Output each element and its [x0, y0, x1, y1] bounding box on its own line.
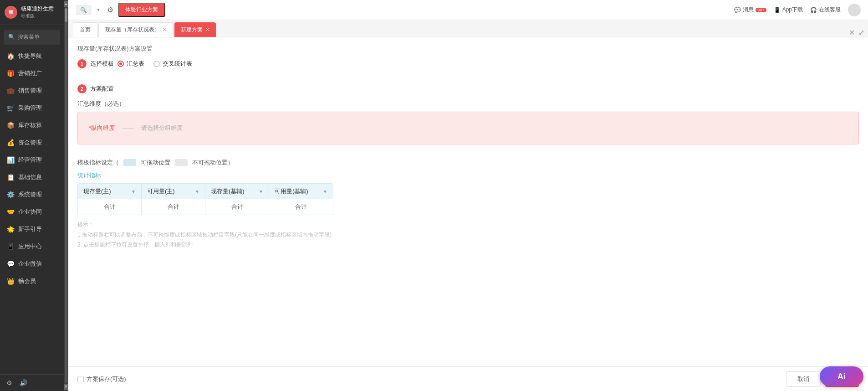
stat-col-header-0[interactable]: 现存量(主) ▼	[78, 184, 142, 199]
sidebar-item-quicknav[interactable]: 🏠 快捷导航	[0, 47, 64, 65]
sidebar-item-operation[interactable]: 📊 经营管理	[0, 151, 64, 169]
topbar-dropdown-btn[interactable]: ▼	[96, 7, 101, 12]
section-config: 2 方案配置 汇总维度（必选） *纵向维度 —— 请选择分组维度 模板指标设定（…	[77, 84, 859, 250]
sidebar-item-corp[interactable]: 🤝 企业协同	[0, 203, 64, 221]
stat-col-header-3[interactable]: 可用量(基辅) ▼	[269, 184, 333, 199]
member-icon: 👑	[6, 278, 15, 285]
sidebar-item-system[interactable]: ⚙️ 系统管理	[0, 186, 64, 203]
sidebar-item-wechat-label: 企业微信	[18, 260, 42, 268]
ai-corner-button[interactable]: Ai	[820, 366, 863, 386]
save-checkbox[interactable]: 方案保存(可选)	[77, 375, 126, 383]
sidebar-item-member[interactable]: 👑 畅会员	[0, 273, 64, 290]
inventory-icon: 📦	[6, 122, 15, 129]
radio-summary[interactable]: 汇总表	[117, 60, 144, 68]
topbar: 🔍 ▼ ⚙ 体验行业方案 💬 消息 99+ 📱 App下载 🎧 在线客服	[68, 0, 868, 20]
section2-num: 2	[77, 84, 87, 93]
stat-col-label-3: 可用量(基辅)	[275, 187, 308, 196]
message-btn[interactable]: 💬 消息 99+	[734, 6, 766, 14]
stat-table-body: 合计 合计 合计 合计	[78, 199, 333, 215]
settings-footer-icon[interactable]: ⚙	[6, 379, 12, 386]
sidebar-item-inventory[interactable]: 📦 库存核算	[0, 117, 64, 134]
sidebar-nav: 🔍 搜索菜单 🏠 快捷导航 🎁 营销推广 💼 销售管理 🛒 采购管理 📦 库存核…	[0, 25, 64, 374]
scroll-down-btn[interactable]: ▼	[64, 384, 68, 390]
page-title: 现存量(库存状况表)方案设置	[77, 45, 859, 53]
sidebar-item-member-label: 畅会员	[18, 277, 36, 285]
scroll-thumb	[65, 8, 67, 22]
topbar-search-icon: 🔍	[80, 7, 87, 13]
app-subtitle: 标准版	[21, 13, 54, 19]
col-dropdown-0[interactable]: ▼	[131, 189, 136, 194]
stat-col-body-3: 合计	[269, 199, 333, 215]
sidebar-item-corp-label: 企业协同	[18, 208, 42, 216]
system-icon: ⚙️	[6, 191, 15, 198]
sidebar-item-purchase-label: 采购管理	[18, 104, 42, 112]
radio-summary-label: 汇总表	[127, 60, 144, 68]
sidebar-item-finance[interactable]: 💰 资金管理	[0, 134, 64, 151]
stat-table: 现存量(主) ▼ 可用量(主) ▼ 现存量(基辅) ▼ 可用量(基辅)	[77, 183, 333, 215]
app-download-btn[interactable]: 📱 App下载	[774, 6, 803, 14]
tab-new-close[interactable]: ✕	[205, 27, 209, 33]
dimension-placeholder: 请选择分组维度	[141, 124, 183, 132]
operation-icon: 📊	[6, 156, 15, 164]
sidebar-search[interactable]: 🔍 搜索菜单	[4, 30, 60, 45]
dimension-area[interactable]: *纵向维度 —— 请选择分组维度	[77, 112, 859, 144]
bottom-bar: 方案保存(可选) 取消 查询	[68, 366, 868, 391]
section2-title: 方案配置	[90, 85, 114, 93]
trial-btn[interactable]: 体验行业方案	[118, 3, 165, 17]
stat-col-header-2[interactable]: 现存量(基辅) ▼	[205, 184, 269, 199]
sidebar-item-sales[interactable]: 💼 销售管理	[0, 82, 64, 99]
sidebar-item-basic[interactable]: 📋 基础信息	[0, 169, 64, 186]
col-dropdown-1[interactable]: ▼	[195, 189, 199, 194]
tab-new-label: 新建方案	[181, 26, 203, 34]
expand-panel-btn[interactable]: ⤢	[858, 28, 864, 37]
tips-title: 提示：	[77, 221, 859, 228]
stat-table-header: 现存量(主) ▼ 可用量(主) ▼ 现存量(基辅) ▼ 可用量(基辅)	[78, 184, 333, 199]
radio-cross[interactable]: 交叉统计表	[153, 60, 192, 68]
stat-body-label-3: 合计	[295, 203, 307, 211]
stat-col-label-0: 现存量(主)	[83, 187, 111, 196]
sidebar-item-apps[interactable]: 📱 应用中心	[0, 238, 64, 255]
tab-inventory-close[interactable]: ✕	[163, 27, 167, 33]
section1-header: 1 选择模板 汇总表 交叉统计表	[77, 59, 859, 68]
sidebar-item-wechat[interactable]: 💬 企业微信	[0, 255, 64, 273]
tab-home[interactable]: 首页	[73, 22, 97, 37]
message-icon: 💬	[734, 7, 741, 13]
cancel-button[interactable]: 取消	[786, 371, 821, 387]
sidebar-item-marketing[interactable]: 🎁 营销推广	[0, 65, 64, 82]
indicator-draggable-text: 可拖动位置	[141, 159, 170, 167]
tab-inventory[interactable]: 现存量（库存状况表） ✕	[98, 22, 174, 37]
tab-home-label: 首页	[80, 26, 91, 34]
tab-panel-controls: ✕ ⤢	[849, 28, 868, 37]
stat-col-body-0: 合计	[78, 199, 142, 215]
basic-icon: 📋	[6, 174, 15, 181]
section2-header: 2 方案配置	[77, 84, 859, 93]
sidebar-item-newbie[interactable]: 🌟 新手引导	[0, 221, 64, 238]
sidebar-item-quicknav-label: 快捷导航	[18, 52, 42, 60]
stat-section-title: 统计指标	[77, 171, 859, 180]
col-dropdown-2[interactable]: ▼	[259, 189, 263, 194]
tips-item1: 1.拖动标题栏可以调整布局，不可跨维度或指标区域拖动栏目字段(只能在同一维度或指…	[77, 230, 859, 240]
sidebar-item-purchase[interactable]: 🛒 采购管理	[0, 99, 64, 117]
help-footer-icon[interactable]: 🔊	[20, 379, 27, 386]
headset-icon: 🎧	[810, 7, 817, 13]
stat-col-body-1: 合计	[142, 199, 205, 215]
user-avatar[interactable]	[848, 4, 861, 16]
sidebar-search-label: 搜索菜单	[18, 33, 40, 41]
save-checkbox-box	[77, 376, 84, 382]
tab-new[interactable]: 新建方案 ✕	[174, 22, 216, 37]
close-panel-btn[interactable]: ✕	[849, 28, 855, 37]
non-draggable-badge	[175, 159, 188, 166]
scroll-up-btn[interactable]: ▲	[64, 1, 68, 7]
sidebar-scrollbar[interactable]: ▲ ▼	[64, 0, 68, 391]
stat-body-label-2: 合计	[231, 203, 243, 211]
app-title: 畅康通好生意	[21, 5, 54, 13]
col-dropdown-3[interactable]: ▼	[323, 189, 327, 194]
quicknav-icon: 🏠	[6, 52, 15, 60]
section1-num: 1	[77, 59, 87, 68]
stat-col-header-1[interactable]: 可用量(主) ▼	[142, 184, 205, 199]
tabbar: 首页 现存量（库存状况表） ✕ 新建方案 ✕ ✕ ⤢	[68, 20, 868, 37]
sidebar-item-system-label: 系统管理	[18, 190, 42, 199]
topbar-settings-icon[interactable]: ⚙	[107, 5, 113, 14]
topbar-search[interactable]: 🔍	[76, 5, 92, 15]
online-service-btn[interactable]: 🎧 在线客服	[810, 6, 841, 14]
